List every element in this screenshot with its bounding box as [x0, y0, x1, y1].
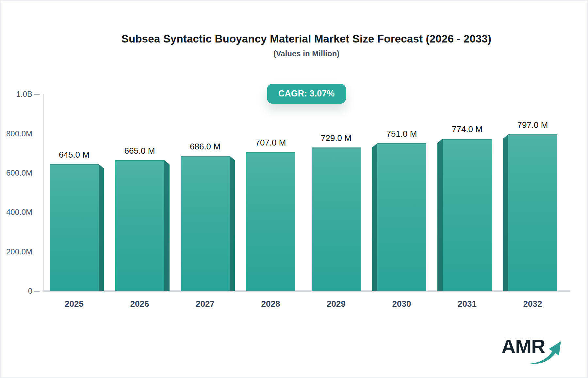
bar-value-label: 707.0 M	[235, 137, 307, 148]
chart-header: Subsea Syntactic Buoyancy Material Marke…	[43, 1, 570, 58]
x-axis-tick-label: 2030	[376, 299, 428, 309]
growth-arrow-icon	[528, 339, 567, 366]
x-axis-tick-label: 2027	[179, 299, 231, 309]
bar-3d-side	[372, 143, 377, 291]
bar	[377, 143, 426, 291]
x-axis-tick-label: 2031	[441, 299, 493, 309]
bar-value-label: 751.0 M	[366, 128, 438, 139]
chart-page: 645.0 M665.0 M686.0 M707.0 M729.0 M751.0…	[0, 0, 588, 378]
y-axis-tick-label: 0	[1, 286, 32, 296]
bar-value-label: 645.0 M	[38, 149, 110, 160]
y-axis-line	[43, 94, 44, 291]
bar-3d-side	[99, 164, 104, 291]
y-axis-tick-dash	[34, 291, 40, 292]
bar	[246, 152, 295, 291]
y-axis-tick-label: 1.0B	[1, 90, 32, 99]
x-axis-tick-label: 2032	[507, 299, 559, 309]
bar	[115, 160, 164, 291]
bar-3d-side	[230, 156, 235, 291]
bar-value-label: 729.0 M	[300, 132, 372, 144]
amr-logo: AMR	[501, 337, 570, 366]
bar-value-label: 686.0 M	[169, 141, 241, 152]
y-axis-tick-label: 200.0M	[1, 247, 32, 256]
bar-value-label: 797.0 M	[497, 119, 569, 130]
bar	[181, 156, 230, 291]
bar-3d-side	[437, 139, 443, 291]
bar-value-label: 665.0 M	[104, 145, 176, 156]
bar	[50, 164, 99, 291]
chart-title: Subsea Syntactic Buoyancy Material Marke…	[43, 33, 570, 45]
x-axis-tick-label: 2029	[310, 299, 362, 309]
bar-value-label: 774.0 M	[431, 124, 503, 135]
x-axis-tick-label: 2026	[114, 299, 166, 309]
y-axis-tick-label: 600.0M	[1, 168, 32, 178]
y-axis-tick-label: 800.0M	[1, 129, 32, 138]
y-axis-tick-dash	[34, 94, 40, 95]
x-axis-tick-label: 2028	[245, 299, 297, 309]
bar	[312, 147, 361, 291]
cagr-badge: CAGR: 3.07%	[267, 84, 346, 104]
bar	[508, 134, 557, 291]
y-axis-tick-label: 400.0M	[1, 208, 32, 217]
x-axis-tick-label: 2025	[48, 299, 100, 309]
chart-subtitle: (Values in Million)	[43, 49, 570, 58]
bar-3d-side	[503, 134, 508, 291]
bar	[443, 139, 492, 291]
bar-3d-side	[164, 160, 170, 291]
